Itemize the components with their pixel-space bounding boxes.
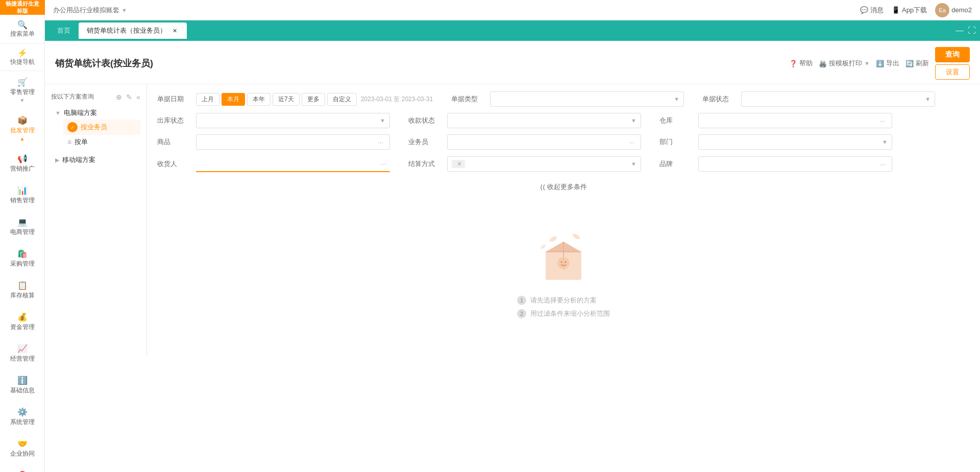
brand-dots-icon[interactable]: ···: [878, 160, 888, 168]
tab-maximize-icon[interactable]: ⛶: [968, 26, 976, 35]
template-print-btn[interactable]: 🖨️ 按模板打印 ▼: [819, 59, 870, 68]
sales-icon: 📊: [17, 185, 28, 195]
sidebar-search[interactable]: 🔍 搜索菜单: [0, 15, 44, 44]
salesman-dots-icon[interactable]: ···: [627, 138, 636, 146]
tab-sales-stat-label: 销货单统计表（按业务员）: [87, 26, 166, 35]
empty-state: 1 请先选择要分析的方案 2 用过滤条件来缩小分析范围: [157, 196, 970, 349]
sidebar-item-ecommerce[interactable]: 💻 电商管理: [0, 211, 44, 243]
sidebar-item-management[interactable]: 📈 经营管理: [0, 338, 44, 369]
doc-type-select[interactable]: ▼: [490, 91, 684, 107]
help-btn[interactable]: ❓ 帮助: [789, 59, 813, 68]
wholesale-icon: 📦: [17, 115, 28, 125]
date-btn-custom[interactable]: 自定义: [327, 93, 357, 106]
receiver-dots-icon[interactable]: ···: [378, 160, 388, 168]
svg-point-6: [540, 244, 547, 250]
settings-button[interactable]: 设置: [935, 64, 970, 80]
sidebar-item-system[interactable]: ⚙️ 系统管理: [0, 401, 44, 433]
left-panel-icons: ⊕ ✎ «: [116, 93, 140, 101]
print-icon: 🖨️: [819, 60, 827, 67]
tree-child-salesman[interactable]: ✓ 按业务员: [63, 120, 140, 135]
settlement-clear-icon[interactable]: ✕: [457, 160, 462, 168]
date-btn-last-month[interactable]: 上月: [196, 93, 219, 106]
goods-dots-icon[interactable]: ···: [376, 138, 385, 146]
guide-icon: 🎯: [17, 470, 28, 472]
sidebar-item-inventory[interactable]: 📋 库存核算: [0, 274, 44, 306]
sidebar-item-basic-info[interactable]: ℹ️ 基础信息: [0, 369, 44, 401]
cooperation-icon: 🤝: [17, 439, 28, 449]
tree-child-order[interactable]: ≡ 按单: [63, 135, 140, 149]
date-btn-7days[interactable]: 近7天: [273, 93, 300, 106]
tab-minimize-icon[interactable]: —: [955, 26, 964, 35]
chevron-right-icon: ▼: [20, 98, 25, 103]
topbar-left: 办公用品行业模拟账套 ▼: [53, 6, 127, 15]
warehouse-input[interactable]: ···: [698, 113, 892, 128]
tab-home-label: 首页: [57, 26, 70, 35]
dept-select[interactable]: ▼: [698, 134, 892, 150]
tab-close-icon[interactable]: ✕: [170, 27, 179, 35]
ecommerce-icon: 💻: [17, 217, 28, 227]
sidebar-item-guide[interactable]: 🎯 新手引导: [0, 464, 44, 472]
page: 销货单统计表(按业务员) ❓ 帮助 🖨️ 按模板打印 ▼ ⬇️ 导出: [45, 41, 980, 472]
app-download-btn[interactable]: 📱 App下载: [892, 6, 927, 15]
date-range-display: 2023-03-01 至 2023-03-31: [361, 95, 433, 104]
sidebar-item-wholesale[interactable]: 📦 批发管理 ▲: [0, 109, 44, 148]
tree-desktop-label[interactable]: ▼ 电脑端方案: [51, 106, 140, 120]
refresh-icon: 🔄: [905, 60, 914, 67]
message-btn[interactable]: 💬 消息: [860, 6, 884, 15]
settlement-badge: ✕: [452, 160, 465, 168]
date-btn-this-year[interactable]: 本年: [247, 93, 271, 106]
svg-point-4: [549, 235, 558, 243]
goods-input[interactable]: ···: [196, 134, 390, 150]
user-menu[interactable]: Ea demo2: [935, 3, 972, 17]
purchase-icon: 🛍️: [17, 249, 28, 258]
tab-sales-stat[interactable]: 销货单统计表（按业务员） ✕: [79, 22, 187, 39]
edit-scheme-icon[interactable]: ✎: [126, 93, 132, 101]
chevron-down-icon: ▼: [121, 7, 127, 13]
sidebar-item-retail[interactable]: 🛒 零售管理 ▼: [0, 71, 44, 109]
salesman-input[interactable]: ···: [447, 134, 641, 150]
filter-row-4: 收货人 ··· 结算方式 ✕: [157, 156, 970, 172]
export-btn[interactable]: ⬇️ 导出: [876, 59, 899, 68]
out-status-select[interactable]: ▼: [196, 113, 390, 128]
marketing-icon: 📢: [17, 154, 28, 163]
basic-info-icon: ℹ️: [17, 375, 28, 385]
page-title: 销货单统计表(按业务员): [55, 57, 153, 69]
sidebar-item-purchase[interactable]: 🛍️ 采购管理: [0, 243, 44, 274]
query-button[interactable]: 查询: [935, 47, 970, 62]
tab-home[interactable]: 首页: [49, 22, 79, 39]
sidebar-item-sales[interactable]: 📊 销售管理: [0, 179, 44, 211]
receiver-input[interactable]: [198, 156, 378, 171]
topbar: 办公用品行业模拟账套 ▼ 💬 消息 📱 App下载 Ea demo2: [45, 0, 980, 20]
tree-desktop-children: ✓ 按业务员 ≡ 按单: [51, 120, 140, 149]
collapse-filters-btn[interactable]: ⟨⟨ 收起更多条件: [157, 178, 970, 196]
collapse-panel-icon[interactable]: «: [136, 93, 140, 101]
receive-status-chevron-icon: ▼: [631, 117, 636, 124]
order-icon: ≡: [67, 138, 71, 146]
receive-status-select[interactable]: ▼: [447, 113, 641, 128]
sidebar-item-marketing[interactable]: 📢 营销推广: [0, 148, 44, 179]
empty-step-1: 1 请先选择要分析的方案: [517, 296, 597, 305]
help-icon: ❓: [789, 60, 797, 67]
sidebar-item-cooperation[interactable]: 🤝 企业协同: [0, 433, 44, 464]
svg-point-7: [557, 257, 570, 269]
brand-input[interactable]: ···: [698, 156, 892, 172]
chevron-up-icon: ▲: [20, 136, 25, 141]
tree-desktop-node: ▼ 电脑端方案 ✓ 按业务员 ≡ 按单: [45, 104, 146, 151]
doc-status-chevron-icon: ▼: [925, 96, 930, 102]
sidebar-quick-nav[interactable]: ⚡ 快捷导航: [0, 44, 44, 71]
doc-status-select[interactable]: ▼: [741, 91, 935, 107]
doc-type-chevron-icon: ▼: [674, 96, 679, 102]
tree-mobile-label[interactable]: ▶ 移动端方案: [51, 153, 140, 167]
date-btn-this-month[interactable]: 本月: [222, 93, 245, 106]
export-icon: ⬇️: [876, 60, 884, 67]
date-btn-more[interactable]: 更多: [302, 93, 325, 106]
sidebar-item-finance[interactable]: 💰 资金管理: [0, 306, 44, 338]
company-selector[interactable]: 办公用品行业模拟账套 ▼: [53, 6, 127, 15]
refresh-btn[interactable]: 🔄 刷新: [905, 59, 929, 68]
settlement-input[interactable]: ✕ ▼: [447, 156, 641, 172]
add-scheme-icon[interactable]: ⊕: [116, 93, 122, 101]
right-panel: 单据日期 上月 本月 本年 近7天 更多 自定义 2023-03-01 至 20…: [147, 84, 980, 356]
warehouse-dots-icon[interactable]: ···: [878, 117, 888, 125]
collapse-icon: ⟨⟨: [540, 183, 545, 191]
out-status-label: 出库状态: [157, 116, 188, 125]
